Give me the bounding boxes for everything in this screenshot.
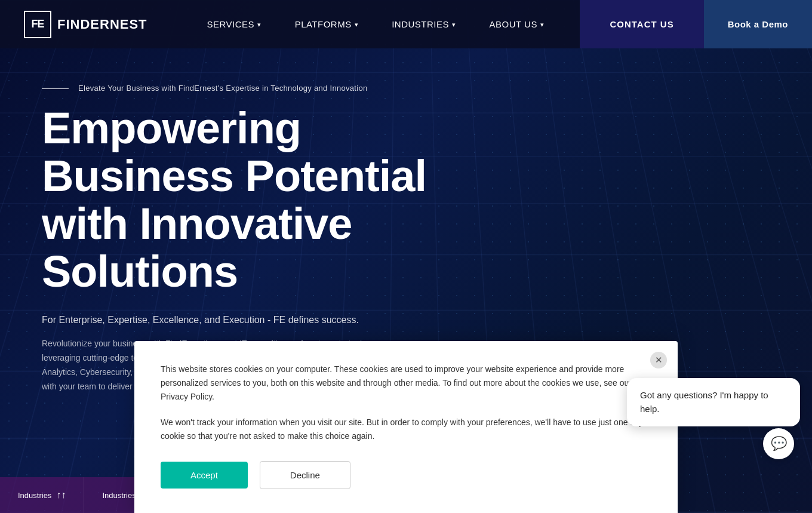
bottom-card-1[interactable]: Industries ↑↑	[0, 477, 84, 513]
services-chevron-icon: ▾	[257, 21, 262, 29]
about-chevron-icon: ▾	[540, 21, 545, 29]
cookie-popup: ✕ This website stores cookies on your co…	[134, 341, 678, 513]
industries-chevron-icon: ▾	[452, 21, 456, 29]
nav-industries[interactable]: INDUSTRIES ▾	[375, 0, 472, 48]
nav-platforms[interactable]: PLATFORMS ▾	[278, 0, 376, 48]
nav-logo[interactable]: FE FINDERNEST	[0, 11, 171, 38]
nav-services[interactable]: SERVICES ▾	[190, 0, 278, 48]
logo-icon: FE	[24, 11, 51, 38]
hero-title: Empowering Business Potential with Innov…	[42, 105, 430, 296]
contact-us-button[interactable]: CONTACT US	[580, 0, 703, 48]
cookie-decline-button[interactable]: Decline	[260, 461, 350, 489]
platforms-chevron-icon: ▾	[355, 21, 359, 29]
cookie-text-2: We won't track your information when you…	[161, 416, 651, 443]
nav-about[interactable]: ABOUT US ▾	[473, 0, 561, 48]
hero-subtitle: For Enterprise, Expertise, Excellence, a…	[42, 312, 430, 328]
chat-open-button[interactable]: 💬	[763, 428, 794, 459]
navbar: FE FINDERNEST SERVICES ▾ PLATFORMS ▾ IND…	[0, 0, 812, 48]
privacy-policy-link[interactable]: Privacy Policy	[161, 392, 212, 401]
arrow-up-icon: ↑↑	[56, 490, 66, 500]
cookie-buttons: Accept Decline	[161, 461, 651, 489]
cookie-text-1: This website stores cookies on your comp…	[161, 363, 651, 404]
book-demo-button[interactable]: Book a Demo	[704, 0, 812, 48]
cookie-close-button[interactable]: ✕	[650, 352, 667, 368]
logo-text: FINDERNEST	[57, 17, 147, 32]
nav-links: SERVICES ▾ PLATFORMS ▾ INDUSTRIES ▾ ABOU…	[171, 0, 580, 48]
cookie-accept-button[interactable]: Accept	[161, 462, 248, 489]
hero-tagline: Elevate Your Business with FindErnest's …	[42, 84, 430, 93]
chat-icon: 💬	[771, 436, 787, 451]
tagline-line	[42, 88, 69, 89]
chat-bubble: Got any questions? I'm happy to help.	[627, 378, 800, 426]
